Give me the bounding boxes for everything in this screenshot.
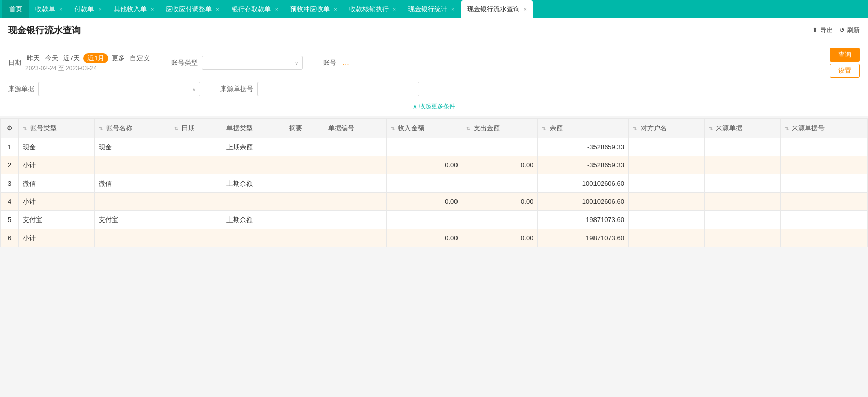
close-icon[interactable]: × (524, 0, 527, 18)
filter-bar: 日期 昨天 今天 近7天 近1月 更多 自定义 2023-02-24 至 202… (0, 42, 868, 116)
near1m-btn[interactable]: 近1月 (83, 53, 108, 63)
table-row: 5支付宝支付宝上期余额19871073.60 (1, 211, 868, 229)
cell-income (386, 211, 462, 229)
nav-tab-cash-flow[interactable]: 现金银行流水查询 × (461, 0, 533, 18)
cell-counterparty (628, 174, 704, 193)
account-label: 账号 (323, 58, 336, 67)
cell-balance: -3528659.33 (538, 138, 629, 156)
more-btn[interactable]: 更多 (110, 53, 126, 63)
data-table-container: ⚙ ⇅ 账号类型 ⇅ 账号名称 ⇅ 日期 单据类型 摘要 (0, 118, 868, 247)
sort-icon[interactable]: ⇅ (99, 126, 103, 131)
sort-icon[interactable]: ⇅ (466, 126, 470, 131)
cell-doc-no (324, 138, 386, 156)
cell-source-doc-no (780, 174, 867, 193)
dots-button[interactable]: ... (340, 58, 351, 67)
nav-tab-cash-stats[interactable]: 现金银行统计 × (402, 0, 461, 18)
cell-summary (285, 229, 324, 247)
cell-source-doc (704, 174, 780, 193)
row-number: 6 (1, 229, 19, 247)
yesterday-btn[interactable]: 昨天 (25, 53, 41, 63)
cell-doc-type: 上期余额 (222, 211, 285, 229)
sort-icon[interactable]: ⇅ (633, 126, 637, 131)
sort-icon[interactable]: ⇅ (709, 126, 713, 131)
source-doc-filter: 来源单据 ∨ (8, 82, 200, 96)
cell-account-type: 小计 (19, 193, 95, 211)
nav-tab-home[interactable]: 首页 (2, 0, 29, 18)
cell-doc-no (324, 211, 386, 229)
col-summary: 摘要 (285, 119, 324, 138)
today-btn[interactable]: 今天 (43, 53, 60, 63)
cell-doc-type: 上期余额 (222, 138, 285, 156)
close-icon[interactable]: × (151, 0, 154, 18)
cell-counterparty (628, 211, 704, 229)
sort-icon[interactable]: ⇅ (23, 126, 27, 131)
close-icon[interactable]: × (275, 0, 278, 18)
refresh-button[interactable]: ↺ 刷新 (839, 26, 860, 35)
nav-tab-verify[interactable]: 收款核销执行 × (343, 0, 402, 18)
cell-doc-type (222, 193, 285, 211)
cell-counterparty (628, 156, 704, 174)
close-icon[interactable]: × (393, 0, 396, 18)
cell-counterparty (628, 229, 704, 247)
cell-date (170, 174, 222, 193)
cell-source-doc (704, 193, 780, 211)
account-type-select[interactable]: ∨ (202, 56, 303, 70)
cell-source-doc (704, 156, 780, 174)
settings-button[interactable]: 设置 (830, 64, 860, 78)
nav-tab-payments[interactable]: 付款单 × (68, 0, 107, 18)
col-source-doc: ⇅ 来源单据 (704, 119, 780, 138)
nav-tab-bank-deposit[interactable]: 银行存取款单 × (225, 0, 284, 18)
cell-account-name (94, 193, 170, 211)
cell-doc-type (222, 229, 285, 247)
date-range-display: 2023-02-24 至 2023-03-24 (25, 64, 151, 73)
collapse-bar: ∧ 收起更多条件 (8, 100, 860, 112)
close-icon[interactable]: × (98, 0, 101, 18)
cell-source-doc-no (780, 229, 867, 247)
col-settings[interactable]: ⚙ (1, 119, 19, 138)
nav-tab-adjustment[interactable]: 应收应付调整单 × (160, 0, 225, 18)
cell-balance: 19871073.60 (538, 229, 629, 247)
cell-expense: 0.00 (462, 229, 538, 247)
sort-icon[interactable]: ⇅ (785, 126, 789, 131)
close-icon[interactable]: × (451, 0, 454, 18)
cell-account-type: 小计 (19, 229, 95, 247)
sort-icon[interactable]: ⇅ (174, 126, 178, 131)
table-row: 2小计0.000.00-3528659.33 (1, 156, 868, 174)
nav-tab-other-income[interactable]: 其他收入单 × (108, 0, 160, 18)
cell-balance: -3528659.33 (538, 156, 629, 174)
cell-counterparty (628, 193, 704, 211)
cell-income (386, 174, 462, 193)
cell-balance: 19871073.60 (538, 211, 629, 229)
cell-account-name: 支付宝 (94, 211, 170, 229)
close-icon[interactable]: × (216, 0, 219, 18)
cell-summary (285, 156, 324, 174)
export-icon: ⬆ (812, 26, 818, 34)
cell-doc-no (324, 156, 386, 174)
export-button[interactable]: ⬆ 导出 (812, 26, 833, 35)
row-number: 1 (1, 138, 19, 156)
page-title: 现金银行流水查询 (8, 24, 81, 36)
col-source-doc-no: ⇅ 来源单据号 (780, 119, 867, 138)
sort-icon[interactable]: ⇅ (542, 126, 546, 131)
cell-account-type: 小计 (19, 156, 95, 174)
table-row: 1现金现金上期余额-3528659.33 (1, 138, 868, 156)
close-icon[interactable]: × (59, 0, 62, 18)
cell-source-doc (704, 138, 780, 156)
near7-btn[interactable]: 近7天 (62, 53, 81, 63)
col-expense: ⇅ 支出金额 (462, 119, 538, 138)
nav-tab-advance[interactable]: 预收冲应收单 × (284, 0, 343, 18)
close-icon[interactable]: × (334, 0, 337, 18)
account-filter: 账号 ... (323, 58, 351, 67)
source-doc-select[interactable]: ∨ (38, 82, 200, 96)
cell-income (386, 138, 462, 156)
collapse-button[interactable]: ∧ 收起更多条件 (413, 102, 455, 111)
cell-source-doc-no (780, 211, 867, 229)
table-row: 3微信微信上期余额100102606.60 (1, 174, 868, 193)
source-doc-no-input[interactable] (257, 82, 419, 96)
custom-btn[interactable]: 自定义 (128, 53, 151, 63)
cell-date (170, 229, 222, 247)
sort-icon[interactable]: ⇅ (391, 126, 395, 131)
date-filter: 日期 昨天 今天 近7天 近1月 更多 自定义 2023-02-24 至 202… (8, 53, 151, 73)
query-button[interactable]: 查询 (830, 48, 860, 62)
nav-tab-receipts[interactable]: 收款单 × (29, 0, 68, 18)
